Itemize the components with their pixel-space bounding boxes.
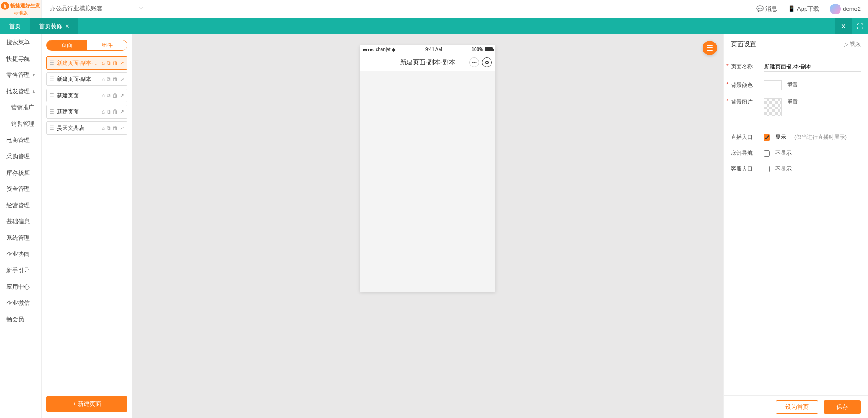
sidebar-item[interactable]: 营销推广 [0, 100, 41, 116]
brand-box: b 畅捷通好生意 标准版 [0, 0, 42, 18]
bgcolor-reset[interactable]: 重置 [787, 81, 798, 89]
account-selector[interactable]: 办公品行业模拟账套 ﹀ [50, 3, 143, 15]
delete-icon[interactable]: 🗑 [113, 109, 118, 115]
sidebar-item-label: 企业微信 [6, 299, 30, 307]
copy-icon[interactable]: ⧉ [107, 92, 111, 99]
user-menu[interactable]: demo2 [830, 4, 861, 14]
home-icon[interactable]: ⌂ [102, 76, 105, 82]
fullscreen-button[interactable]: ⛶ [852, 18, 868, 34]
home-icon[interactable]: ⌂ [102, 109, 105, 115]
drag-handle-icon[interactable]: ☰ [49, 92, 54, 99]
page-component-toggle: 页面 组件 [46, 40, 127, 51]
sidebar-item[interactable]: 企业协同 [0, 246, 41, 262]
external-link-icon[interactable]: ↗ [120, 60, 124, 66]
sidebar-item-label: 营销推广 [11, 104, 34, 112]
nav-checkbox[interactable] [764, 150, 770, 157]
page-name-input[interactable] [764, 62, 861, 72]
phone-icon: 📱 [788, 5, 795, 12]
page-list-item[interactable]: ☰新建页面⌂⧉🗑↗ [46, 89, 127, 102]
sidebar-item[interactable]: 基础信息 [0, 214, 41, 230]
home-icon[interactable]: ⌂ [102, 60, 105, 66]
cs-checkbox[interactable] [764, 166, 770, 172]
sidebar-item[interactable]: 快捷导航 [0, 51, 41, 67]
toggle-page[interactable]: 页面 [47, 40, 87, 50]
delete-icon[interactable]: 🗑 [113, 92, 118, 99]
bgcolor-label: 背景颜色 [731, 81, 758, 89]
external-link-icon[interactable]: ↗ [120, 92, 124, 99]
home-icon[interactable]: ⌂ [102, 125, 105, 131]
tab-home[interactable]: 首页 [0, 18, 30, 34]
content-area: 页面 组件 ☰新建页面-副本-...⌂⧉🗑↗☰新建页面-副本⌂⧉🗑↗☰新建页面⌂… [42, 34, 868, 418]
delete-icon[interactable]: 🗑 [113, 125, 118, 131]
delete-icon[interactable]: 🗑 [113, 60, 118, 66]
avatar-icon [830, 4, 841, 14]
sidebar-item[interactable]: 零售管理▼ [0, 67, 41, 83]
nav-option: 不显示 [775, 149, 792, 157]
sidebar-item-label: 库存核算 [6, 169, 30, 177]
sidebar-item-label: 系统管理 [6, 234, 30, 242]
sidebar-item[interactable]: 资金管理 [0, 181, 41, 197]
sidebar-item-label: 电商管理 [6, 136, 30, 144]
external-link-icon[interactable]: ↗ [120, 109, 124, 115]
drag-handle-icon[interactable]: ☰ [49, 60, 54, 66]
copy-icon[interactable]: ⧉ [107, 60, 111, 66]
play-icon: ▷ [844, 41, 848, 48]
page-list-item[interactable]: ☰新建页面-副本-...⌂⧉🗑↗ [46, 56, 127, 70]
set-home-button[interactable]: 设为首页 [776, 400, 818, 414]
toggle-component[interactable]: 组件 [87, 40, 127, 50]
tabs-close-button[interactable]: ✕ [835, 18, 852, 34]
page-list-item[interactable]: ☰昊天文具店⌂⧉🗑↗ [46, 121, 127, 135]
sidebar-item[interactable]: 畅会员 [0, 311, 41, 328]
sidebar-item[interactable]: 经营管理 [0, 197, 41, 214]
sidebar-item[interactable]: 企业微信 [0, 295, 41, 311]
bgimg-swatch[interactable] [764, 98, 782, 116]
miniprogram-menu-icon[interactable]: ••• [469, 57, 479, 67]
sidebar-item-label: 销售管理 [11, 120, 34, 128]
preview-canvas: ●●●●○ chanjet ◆ 9:41 AM 100% 新建页面-副本-副本 … [132, 34, 723, 418]
sidebar-item-label: 应用中心 [6, 283, 30, 291]
tab-editor[interactable]: 首页装修 ✕ [30, 18, 78, 34]
nav-label: 底部导航 [731, 149, 758, 157]
canvas-menu-button[interactable] [703, 41, 717, 55]
messages-link[interactable]: 💬 消息 [756, 5, 777, 13]
page-list: ☰新建页面-副本-...⌂⧉🗑↗☰新建页面-副本⌂⧉🗑↗☰新建页面⌂⧉🗑↗☰新建… [46, 56, 127, 392]
message-icon: 💬 [756, 5, 764, 12]
external-link-icon[interactable]: ↗ [120, 76, 124, 82]
close-icon[interactable]: ✕ [65, 24, 69, 29]
battery-percent: 100% [472, 47, 483, 52]
phone-title: 新建页面-副本-副本 [400, 58, 455, 66]
drag-handle-icon[interactable]: ☰ [49, 125, 54, 131]
save-button[interactable]: 保存 [824, 400, 861, 414]
external-link-icon[interactable]: ↗ [120, 125, 124, 131]
home-icon[interactable]: ⌂ [102, 92, 105, 99]
main-sidebar: 搜索菜单快捷导航零售管理▼批发管理▲营销推广销售管理电商管理采购管理库存核算资金… [0, 34, 42, 418]
bgcolor-swatch[interactable] [764, 80, 782, 90]
sidebar-item[interactable]: 批发管理▲ [0, 83, 41, 100]
copy-icon[interactable]: ⧉ [107, 109, 111, 115]
sidebar-item[interactable]: 销售管理 [0, 116, 41, 132]
copy-icon[interactable]: ⧉ [107, 76, 111, 82]
brand-logo-icon: b [1, 2, 9, 10]
page-list-item[interactable]: ☰新建页面⌂⧉🗑↗ [46, 105, 127, 119]
drag-handle-icon[interactable]: ☰ [49, 109, 54, 115]
page-list-item[interactable]: ☰新建页面-副本⌂⧉🗑↗ [46, 72, 127, 86]
miniprogram-close-icon[interactable] [482, 57, 492, 67]
delete-icon[interactable]: 🗑 [113, 76, 118, 82]
drag-handle-icon[interactable]: ☰ [49, 76, 54, 82]
live-checkbox[interactable] [764, 134, 770, 141]
account-selector-label: 办公品行业模拟账套 [50, 5, 103, 13]
sidebar-item[interactable]: 电商管理 [0, 132, 41, 148]
video-help-link[interactable]: ▷ 视频 [844, 40, 861, 48]
bgimg-reset[interactable]: 重置 [787, 98, 798, 106]
sidebar-item[interactable]: 应用中心 [0, 279, 41, 295]
sidebar-item[interactable]: 采购管理 [0, 148, 41, 165]
sidebar-item[interactable]: 搜索菜单 [0, 34, 41, 51]
app-download-link[interactable]: 📱 App下载 [788, 5, 819, 13]
sidebar-item[interactable]: 新手引导 [0, 262, 41, 279]
carrier-label: chanjet [376, 47, 390, 52]
sidebar-item[interactable]: 系统管理 [0, 230, 41, 246]
topbar-right: 💬 消息 📱 App下载 demo2 [756, 4, 861, 14]
new-page-button[interactable]: + 新建页面 [46, 396, 127, 412]
sidebar-item[interactable]: 库存核算 [0, 165, 41, 181]
copy-icon[interactable]: ⧉ [107, 125, 111, 131]
